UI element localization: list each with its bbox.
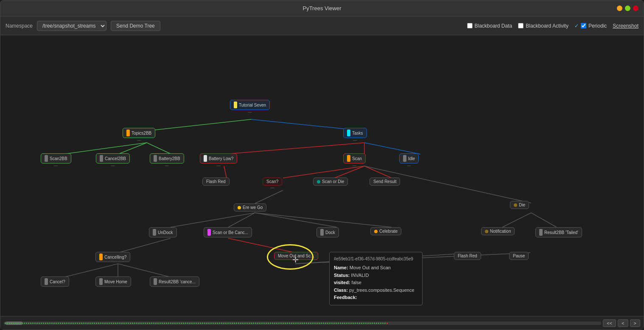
- node-scan-or-die[interactable]: Scan or Die: [313, 178, 348, 186]
- periodic-label[interactable]: Periodic: [588, 23, 607, 29]
- node-idle[interactable]: Idle —: [399, 153, 419, 168]
- screenshot-button[interactable]: Screenshot: [613, 23, 638, 29]
- node-celebrate[interactable]: Celebrate: [370, 227, 401, 235]
- node-dock[interactable]: Dock: [316, 227, 339, 237]
- svg-line-2: [63, 143, 147, 154]
- svg-line-7: [364, 143, 420, 154]
- svg-line-21: [228, 238, 295, 253]
- svg-line-18: [502, 213, 531, 227]
- node-scan[interactable]: Scan —: [343, 153, 366, 168]
- node-tutorial-seven[interactable]: Tutorial Seven —: [230, 100, 270, 114]
- minimize-button[interactable]: [617, 6, 622, 11]
- svg-line-3: [118, 143, 147, 154]
- svg-line-4: [147, 143, 171, 154]
- node-cancel2bb[interactable]: Cancel2BB —: [96, 153, 130, 168]
- main-window: PyTrees Viewer Namespace /tree/snapshot_…: [0, 0, 644, 330]
- node-battery2bb[interactable]: Battery2BB —: [150, 153, 184, 168]
- svg-line-5: [224, 143, 364, 154]
- svg-line-13: [171, 213, 255, 227]
- node-result2bb-cance[interactable]: Result2BB 'cance...: [150, 276, 199, 287]
- node-topics2bb[interactable]: Topics2BB —: [123, 128, 155, 142]
- node-battery-low[interactable]: Battery Low? —: [200, 153, 237, 168]
- svg-line-15: [255, 213, 337, 227]
- blackboard-data-checkbox[interactable]: [467, 23, 473, 28]
- tooltip-name: Name: Move Out and Scan: [334, 264, 418, 272]
- namespace-label: Namespace: [6, 23, 33, 29]
- svg-line-20: [118, 238, 171, 253]
- svg-line-10: [334, 166, 364, 178]
- node-move-home[interactable]: Move Home: [95, 276, 131, 287]
- move-cursor-icon: ✛: [292, 255, 299, 265]
- tooltip-class: Class: py_trees.composites.Sequence: [334, 287, 418, 294]
- node-pause[interactable]: Pause: [509, 252, 529, 260]
- scrollbar-area: << < >: [0, 316, 644, 330]
- svg-line-9: [283, 166, 364, 178]
- tree-connections: [0, 35, 644, 316]
- window-controls: [617, 6, 638, 11]
- node-tooltip: #e59eb1f1-ef36-457d-9805-ccdfeabc35e9 Na…: [329, 252, 423, 305]
- scroll-prev-button[interactable]: <: [618, 319, 628, 327]
- node-ere-we-go[interactable]: Ere we Go: [234, 203, 266, 212]
- svg-line-26: [118, 264, 171, 277]
- toolbar: Namespace /tree/snapshot_streams Send De…: [0, 17, 644, 35]
- scroll-next-button[interactable]: >: [630, 319, 640, 327]
- node-flash-red-2[interactable]: Flash Red: [454, 252, 481, 260]
- namespace-select[interactable]: /tree/snapshot_streams: [37, 21, 106, 31]
- node-die[interactable]: Die: [510, 201, 529, 209]
- tooltip-id: #e59eb1f1-ef36-457d-9805-ccdfeabc35e9: [334, 256, 418, 262]
- tooltip-feedback: Feedback:: [334, 294, 418, 302]
- titlebar: PyTrees Viewer: [0, 0, 644, 17]
- node-scan-q[interactable]: Scan? —: [263, 178, 282, 190]
- svg-line-16: [255, 213, 392, 227]
- blackboard-data-group: Blackboard Data: [467, 23, 512, 29]
- periodic-group: ✓ Periodic: [574, 23, 607, 29]
- tooltip-status: Status: INVALID: [334, 272, 418, 279]
- blackboard-data-label[interactable]: Blackboard Data: [475, 23, 512, 29]
- scroll-track[interactable]: [4, 322, 601, 325]
- blackboard-activity-label[interactable]: Blackboard Activity: [526, 23, 568, 29]
- node-scan2bb[interactable]: Scan2BB —: [41, 153, 71, 168]
- svg-line-8: [224, 166, 227, 178]
- blackboard-activity-group: Blackboard Activity: [518, 23, 568, 29]
- svg-line-19: [531, 213, 557, 227]
- send-demo-button[interactable]: Send Demo Tree: [111, 21, 160, 31]
- svg-line-0: [147, 119, 251, 131]
- window-title: PyTrees Viewer: [302, 5, 341, 11]
- svg-line-14: [228, 213, 255, 227]
- node-result2bb-tailed[interactable]: Result2BB 'Tailed': [535, 227, 582, 237]
- svg-line-24: [63, 264, 118, 277]
- node-send-result[interactable]: Send Result: [370, 178, 400, 186]
- svg-line-11: [364, 166, 392, 178]
- scroll-dots: [4, 322, 601, 324]
- maximize-button[interactable]: [625, 6, 630, 11]
- tooltip-visited: visited: false: [334, 279, 418, 287]
- node-cancelling[interactable]: Cancelling?: [95, 252, 130, 262]
- svg-line-12: [255, 190, 283, 203]
- periodic-check-icon: ✓: [574, 23, 579, 29]
- node-tasks[interactable]: Tasks —: [343, 128, 367, 142]
- node-undock[interactable]: UnDock: [149, 227, 177, 237]
- node-scan-or-be-canc[interactable]: Scan or Be Canc...: [204, 227, 252, 237]
- toolbar-right: Blackboard Data Blackboard Activity ✓ Pe…: [467, 23, 639, 29]
- scroll-prev-prev-button[interactable]: <<: [603, 319, 616, 327]
- blackboard-activity-checkbox[interactable]: [518, 23, 524, 28]
- node-cancel[interactable]: Cancel?: [41, 276, 69, 287]
- node-flash-red-1[interactable]: Flash Red: [202, 178, 230, 186]
- node-notification[interactable]: Notification: [481, 227, 515, 235]
- canvas-area[interactable]: Tutorial Seven — Topics2BB — Tasks — Sca…: [0, 35, 644, 316]
- periodic-checkbox[interactable]: [581, 23, 586, 28]
- close-button[interactable]: [633, 6, 638, 11]
